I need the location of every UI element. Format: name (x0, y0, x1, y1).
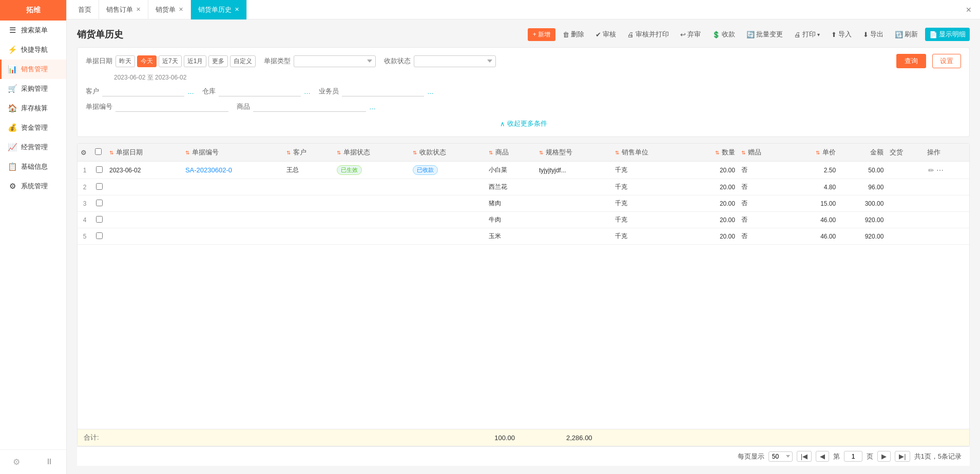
sidebar-item-label: 资金管理 (21, 123, 48, 132)
more-action-btn[interactable]: ⋯ (936, 166, 944, 174)
th-gift[interactable]: ⇅ 赠品 (738, 144, 789, 162)
collect-status-select[interactable] (414, 55, 496, 67)
table-scroll[interactable]: ⚙ ⇅ 单据日期 ⇅ 单据编号 (78, 144, 969, 429)
sales-mgmt-icon: 📊 (8, 65, 17, 74)
th-spec[interactable]: ⇅ 规格型号 (536, 144, 612, 162)
main-content: 首页 销售订单 ✕ 销货单 ✕ 销货单历史 ✕ ✕ 销货单历史 + 新增 🗑 删… (67, 0, 980, 474)
sidebar-item-system-mgmt[interactable]: ⚙ 系统管理 (0, 176, 66, 196)
row-checkbox[interactable] (92, 179, 106, 195)
row-checkbox-input[interactable] (96, 216, 103, 223)
prev-page-button[interactable]: ◀ (816, 451, 829, 462)
th-qty[interactable]: ⇅ 数量 (688, 144, 738, 162)
date-btn-7days[interactable]: 近7天 (159, 55, 182, 67)
show-detail-button[interactable]: 📄 显示明细 (925, 28, 970, 41)
th-doc-no[interactable]: ⇅ 单据编号 (182, 144, 283, 162)
table-row: 2西兰花千克20.00否4.8096.00 (78, 179, 969, 195)
sidebar-pause-icon[interactable]: ⏸ (42, 454, 56, 470)
date-btn-custom[interactable]: 自定义 (230, 55, 256, 67)
table-settings-icon[interactable]: ⚙ (81, 149, 87, 156)
th-transaction[interactable]: 交货 (887, 144, 924, 162)
row-qty: 20.00 (688, 212, 738, 228)
batch-change-button[interactable]: 🔄 批量变更 (742, 28, 787, 41)
print-button[interactable]: 🖨 打印 ▾ (790, 28, 824, 41)
th-unit-price[interactable]: ⇅ 单价 (789, 144, 839, 162)
th-goods[interactable]: ⇅ 商品 (486, 144, 536, 162)
th-customer[interactable]: ⇅ 客户 (283, 144, 334, 162)
row-checkbox-input[interactable] (96, 183, 103, 190)
edit-action-btn[interactable]: ✏ (928, 166, 934, 174)
tab-sales-history-close[interactable]: ✕ (235, 6, 239, 13)
sidebar-item-finance[interactable]: 💰 资金管理 (0, 118, 66, 137)
sidebar-settings-icon[interactable]: ⚙ (10, 454, 23, 470)
row-collect-status (410, 212, 486, 228)
page-size-select[interactable]: 50 20 100 200 (768, 451, 793, 462)
sidebar-item-search-menu[interactable]: ☰ 搜索菜单 (0, 21, 66, 40)
audit-button[interactable]: ✔ 审核 (591, 28, 620, 41)
row-checkbox-input[interactable] (96, 166, 103, 173)
goods-dots-icon[interactable]: … (369, 103, 376, 111)
date-btn-yesterday[interactable]: 昨天 (116, 55, 135, 67)
tab-sales-goods[interactable]: 销货单 ✕ (148, 0, 191, 19)
warehouse-dots-icon[interactable]: … (304, 88, 311, 95)
sidebar-item-basic-info[interactable]: 📋 基础信息 (0, 157, 66, 176)
th-settings[interactable]: ⚙ (78, 144, 92, 162)
doc-type-select[interactable] (294, 55, 376, 67)
sidebar-item-purchase-mgmt[interactable]: 🛒 采购管理 (0, 79, 66, 98)
tab-sales-order-close[interactable]: ✕ (136, 6, 141, 13)
th-unit[interactable]: ⇅ 销售单位 (612, 144, 688, 162)
business-dots-icon[interactable]: … (427, 88, 434, 95)
sidebar-item-sales-mgmt[interactable]: 📊 销售管理 (0, 60, 66, 79)
date-btn-1month[interactable]: 近1月 (184, 55, 207, 67)
sidebar-item-inventory[interactable]: 🏠 库存核算 (0, 98, 66, 118)
row-checkbox[interactable] (92, 162, 106, 179)
query-button[interactable]: 查询 (896, 54, 926, 68)
delete-button[interactable]: 🗑 删除 (559, 28, 588, 41)
customer-dots-icon[interactable]: … (187, 88, 194, 95)
sidebar-item-quick-nav[interactable]: ⚡ 快捷导航 (0, 40, 66, 60)
row-checkbox-input[interactable] (96, 232, 103, 239)
warehouse-input[interactable] (219, 86, 301, 96)
setting-button[interactable]: 设置 (932, 54, 961, 68)
row-qty: 20.00 (688, 162, 738, 179)
th-checkbox[interactable] (92, 144, 106, 162)
tab-sales-history[interactable]: 销货单历史 ✕ (191, 0, 247, 19)
th-date[interactable]: ⇅ 单据日期 (106, 144, 182, 162)
doc-no-link[interactable]: SA-20230602-0 (185, 166, 232, 174)
customer-input[interactable] (102, 86, 184, 96)
abandon-button[interactable]: ↩ 弃审 (676, 28, 705, 41)
th-collect-status[interactable]: ⇅ 收款状态 (410, 144, 486, 162)
last-page-button[interactable]: ▶| (895, 451, 910, 462)
audit-print-button[interactable]: 🖨 审核并打印 (623, 28, 673, 41)
date-btn-today[interactable]: 今天 (137, 55, 157, 67)
import-button[interactable]: ⬆ 导入 (827, 28, 856, 41)
refresh-button[interactable]: 🔃 刷新 (891, 28, 922, 41)
row-num: 2 (78, 179, 92, 195)
select-all-checkbox[interactable] (95, 148, 102, 155)
new-button[interactable]: + 新增 (528, 28, 555, 41)
date-btn-more[interactable]: 更多 (208, 55, 228, 67)
business-input[interactable] (342, 86, 424, 96)
tab-home[interactable]: 首页 (71, 0, 99, 19)
doc-no-input[interactable] (116, 102, 228, 112)
tab-sales-order[interactable]: 销售订单 ✕ (99, 0, 148, 19)
tab-sales-goods-close[interactable]: ✕ (179, 6, 183, 13)
next-page-button[interactable]: ▶ (877, 451, 891, 462)
sidebar-item-operations[interactable]: 📈 经营管理 (0, 137, 66, 157)
row-checkbox-input[interactable] (96, 200, 103, 206)
row-gift: 否 (738, 195, 789, 212)
collect-button[interactable]: 💲 收款 (708, 28, 739, 41)
row-checkbox[interactable] (92, 228, 106, 245)
row-doc-status (334, 212, 410, 228)
row-actions (924, 195, 969, 212)
row-checkbox[interactable] (92, 195, 106, 212)
export-button[interactable]: ⬇ 导出 (859, 28, 888, 41)
first-page-button[interactable]: |◀ (797, 451, 812, 462)
tabbar-close-all[interactable]: ✕ (962, 6, 976, 14)
goods-input[interactable] (253, 102, 366, 112)
th-amount[interactable]: 金额 (839, 144, 887, 162)
page-number-input[interactable] (844, 451, 862, 462)
row-checkbox[interactable] (92, 212, 106, 228)
row-doc-no[interactable]: SA-20230602-0 (182, 162, 283, 179)
filter-more-btn[interactable]: ∧ 收起更多条件 (86, 117, 961, 130)
th-doc-status[interactable]: ⇅ 单据状态 (334, 144, 410, 162)
